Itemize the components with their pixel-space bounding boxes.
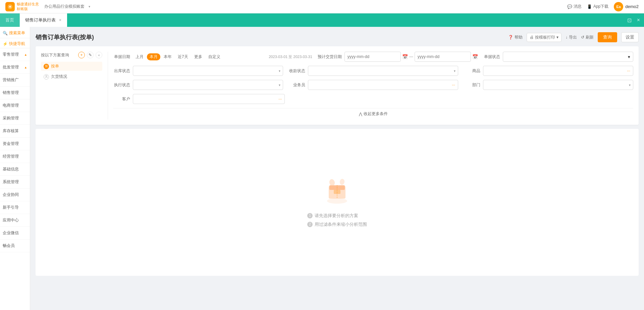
collection-select[interactable] [308,66,458,76]
sidebar-item-marketing[interactable]: 营销推广 [0,74,30,87]
help-icon: ❓ [508,35,513,40]
search-button[interactable]: 查询 [598,32,617,42]
date-tab-last-month[interactable]: 上月 [133,53,146,60]
delivery-label: 出库状态 [113,68,130,74]
tab-home[interactable]: 首页 [0,13,20,27]
scheme-item-backorder[interactable]: 欠 欠货情况 [41,72,102,81]
tab-close-icon[interactable]: × [59,18,61,22]
sidebar-item-retail[interactable]: 零售管理 [0,48,30,61]
calendar-to-icon[interactable]: 📅 [472,54,478,59]
sidebar-item-inventory[interactable]: 库存核算 [0,125,30,138]
status-dropdown-icon: ▾ [628,54,630,59]
sidebar-item-operations[interactable]: 经营管理 [0,150,30,163]
salesperson-field[interactable]: ··· [308,80,458,90]
delivery-select[interactable] [133,66,283,76]
salesperson-label: 业务员 [288,82,305,88]
tip-item-2: 2 用过滤条件来缩小分析范围 [307,220,367,229]
expected-date-to-input[interactable] [415,52,471,62]
tab-active[interactable]: 销售订单执行表 × [20,13,67,27]
customer-more-icon: ··· [278,97,282,101]
scheme-actions: + ✎ « [78,52,102,58]
sidebar-item-enterprise[interactable]: 企业协同 [0,189,30,201]
customer-label: 客户 [113,96,130,102]
settings-button[interactable]: 设置 [621,32,639,42]
department-select-wrapper: ▾ [483,80,633,90]
execution-select[interactable] [133,80,283,90]
department-label: 部门 [464,82,480,88]
add-scheme-button[interactable]: + [78,52,85,58]
sidebar-item-wechat[interactable]: 企业微信 [0,227,30,240]
logo-area[interactable]: 畅捷通好生意 标账版 [5,2,39,11]
collapse-button[interactable]: ⋀ 收起更多条件 [113,108,633,119]
collapse-scheme-button[interactable]: « [96,52,102,58]
svg-point-7 [339,178,345,185]
empty-state-illustration [322,176,352,206]
filter-card: 按以下方案查询 + ✎ « 按 按单 欠 [36,46,639,125]
star-icon: ⚡ [3,42,8,46]
sidebar-item-wholesale[interactable]: 批发管理 [0,61,30,74]
calendar-from-icon[interactable]: 📅 [402,54,408,59]
filter-group-salesperson: 业务员 ··· [288,80,458,90]
user-name: demo2 [625,4,639,9]
sidebar-search[interactable]: 🔍 搜索菜单 [0,27,30,38]
salesperson-more-icon: ··· [452,83,455,87]
page-content: 销售订单执行表(按单) ❓ 帮助 🖨 按模板打印 ▾ ↓ 导出 [30,27,644,281]
sidebar-item-finance[interactable]: 资金管理 [0,138,30,150]
status-select[interactable]: ▾ [503,52,633,62]
filter-row-1: 单据日期 上月 本月 本年 近7天 更多 自定义 2023 [113,52,633,62]
content-area: 销售订单执行表(按单) ❓ 帮助 🖨 按模板打印 ▾ ↓ 导出 [30,27,644,310]
refresh-button[interactable]: ↺ 刷新 [581,35,594,40]
date-tab-this-year[interactable]: 本年 [161,53,174,60]
date-tab-this-month[interactable]: 本月 [147,53,160,60]
department-select[interactable] [483,80,633,90]
date-tab-custom[interactable]: 自定义 [206,53,223,60]
help-button[interactable]: ❓ 帮助 [508,35,523,40]
scheme-item-order[interactable]: 按 按单 [41,62,102,71]
sidebar-item-sales[interactable]: 销售管理 [0,87,30,99]
sidebar-item-member[interactable]: 畅会员 [0,240,30,252]
app-download-button[interactable]: 📱 App下载 [587,4,608,9]
empty-state-card: 1 请先选择要分析的方案 2 用过滤条件来缩小分析范围 [36,129,639,276]
product-field[interactable]: ··· [483,66,633,76]
customer-field[interactable]: ··· [133,94,285,104]
message-button[interactable]: 💬 消息 [567,4,582,9]
window-restore-icon[interactable]: ⊡ [626,16,633,25]
sidebar-item-ecommerce[interactable]: 电商管理 [0,99,30,112]
tip-num-1: 1 [307,213,313,218]
execution-label: 执行状态 [113,82,130,88]
date-separator: — [409,54,413,59]
page-title: 销售订单执行表(按单) [36,33,94,41]
order-scheme-label: 按单 [51,63,59,69]
page-actions: ❓ 帮助 🖨 按模板打印 ▾ ↓ 导出 ↺ 刷新 [508,32,639,42]
sidebar-item-basic-info[interactable]: 基础信息 [0,163,30,176]
date-tab-7days[interactable]: 近7天 [175,53,191,60]
expected-date-from-input[interactable] [344,52,401,62]
template-print-button[interactable]: 🖨 按模板打印 ▾ [527,33,561,42]
date-tab-more[interactable]: 更多 [192,53,205,60]
sidebar-quick-nav[interactable]: ⚡ 快捷导航 [0,38,30,48]
sidebar-item-apps[interactable]: 应用中心 [0,214,30,227]
sidebar-item-system[interactable]: 系统管理 [0,176,30,189]
date-label: 单据日期 [113,54,130,60]
export-button[interactable]: ↓ 导出 [566,35,577,40]
filter-scheme-panel: 按以下方案查询 + ✎ « 按 按单 欠 [41,52,108,119]
tab-bar: 首页 销售订单执行表 × ⊡ × [0,13,644,27]
filter-row-2: 出库状态 ▾ 收款状态 [113,66,633,76]
print-dropdown-icon: ▾ [556,35,558,40]
message-icon: 💬 [567,4,572,9]
print-icon: 🖨 [530,35,534,40]
window-close-icon[interactable]: × [636,16,641,24]
filter-group-execution: 执行状态 ▾ [113,80,283,90]
collection-select-wrapper: ▾ [308,66,458,76]
sidebar-item-purchase[interactable]: 采购管理 [0,112,30,125]
date-range-text: 2023-03-01 至 2023-03-31 [269,54,312,59]
backorder-scheme-label: 欠货情况 [51,74,67,80]
tip-item-1: 1 请先选择要分析的方案 [307,211,367,220]
filter-row-3: 执行状态 ▾ 业务员 [113,80,633,90]
edit-scheme-button[interactable]: ✎ [87,52,94,58]
system-dropdown-icon[interactable]: ▾ [89,5,90,8]
sidebar-item-guide[interactable]: 新手引导 [0,201,30,214]
user-avatar-area[interactable]: Ea demo2 [614,2,639,11]
filter-group-department: 部门 ▾ [464,80,633,90]
backorder-scheme-icon: 欠 [44,74,49,80]
